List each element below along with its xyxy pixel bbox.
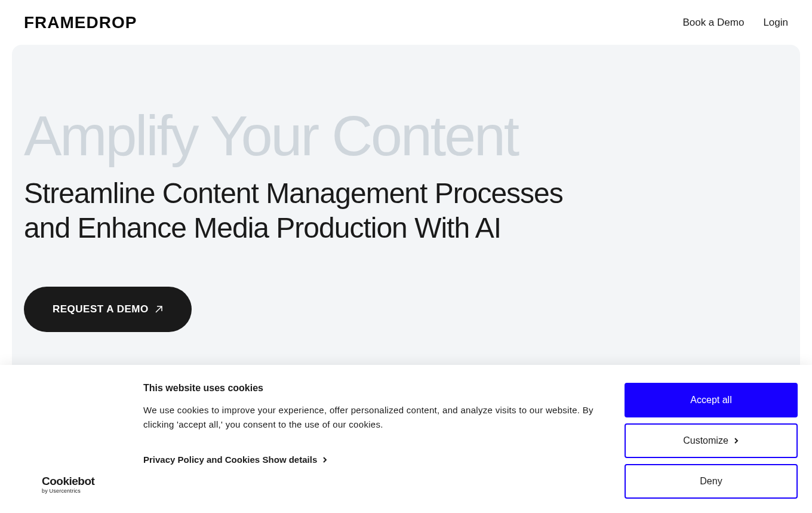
hero-subtitle-line1: Streamline Content Management Processes (24, 177, 563, 209)
framedrop-logo[interactable]: FRAMEDROP (24, 13, 137, 32)
cookie-action-buttons: Accept all Customize Deny (625, 383, 798, 499)
show-details-label: Show details (263, 454, 318, 465)
cookie-text-content: This website uses cookies We use cookies… (143, 383, 601, 499)
request-demo-button[interactable]: REQUEST A DEMO (24, 287, 192, 332)
cookiebot-branding: Cookiebot by Usercentrics (42, 383, 113, 499)
chevron-right-icon (733, 438, 739, 444)
arrow-up-right-icon (155, 305, 163, 314)
privacy-policy-link[interactable]: Privacy Policy and Cookies (143, 454, 260, 465)
cookiebot-byline: by Usercentrics (42, 488, 113, 494)
page-header: FRAMEDROP Book a Demo Login (0, 0, 812, 45)
cookie-description: We use cookies to improve your experienc… (143, 403, 601, 432)
cookie-consent-banner: Cookiebot by Usercentrics This website u… (0, 365, 812, 513)
customize-label: Customize (683, 435, 728, 446)
chevron-right-icon (322, 457, 328, 463)
show-details-button[interactable]: Show details (263, 454, 328, 465)
cookiebot-logo: Cookiebot (42, 475, 113, 488)
accept-all-label: Accept all (690, 395, 731, 406)
accept-all-button[interactable]: Accept all (625, 383, 798, 417)
customize-button[interactable]: Customize (625, 423, 798, 458)
deny-label: Deny (700, 476, 722, 487)
cookie-title: This website uses cookies (143, 383, 601, 394)
deny-button[interactable]: Deny (625, 464, 798, 499)
hero-subtitle-line2: and Enhance Media Production With AI (24, 212, 501, 244)
cta-button-label: REQUEST A DEMO (53, 303, 149, 315)
top-nav: Book a Demo Login (682, 17, 788, 29)
hero-title: Amplify Your Content (24, 107, 788, 164)
book-demo-link[interactable]: Book a Demo (682, 17, 744, 29)
hero-subtitle: Streamline Content Management Processes … (24, 176, 788, 245)
cookie-content-area: Cookiebot by Usercentrics This website u… (42, 383, 601, 499)
login-link[interactable]: Login (763, 17, 788, 29)
